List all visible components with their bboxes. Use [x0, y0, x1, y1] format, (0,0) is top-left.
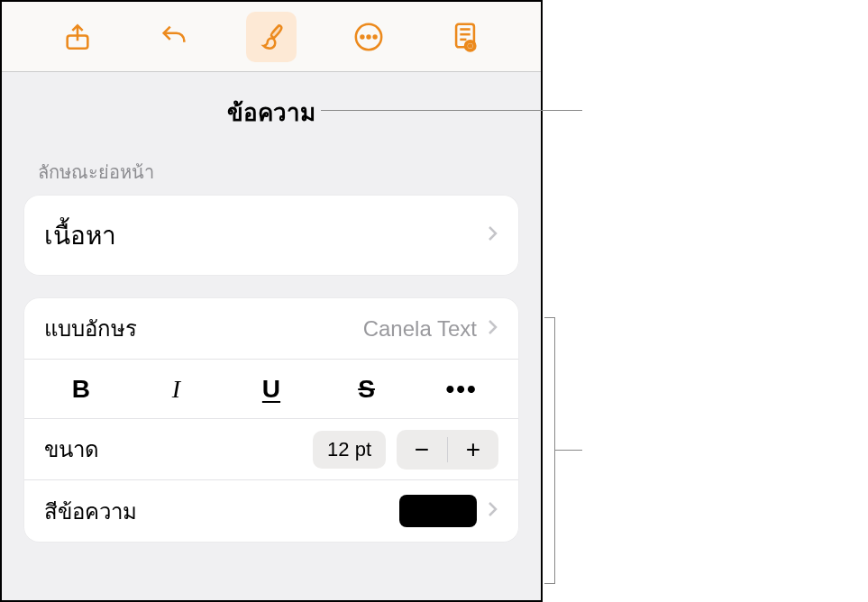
text-color-row[interactable]: สีข้อความ	[24, 480, 518, 542]
size-decrease-button[interactable]: −	[397, 430, 447, 470]
size-stepper: − +	[397, 430, 498, 470]
paragraph-style-row[interactable]: เนื้อหา	[24, 196, 518, 275]
size-label: ขนาด	[44, 432, 99, 467]
font-card: แบบอักษร Canela Text B I U S ••• ขนาด 12…	[24, 298, 518, 542]
more-styles-button[interactable]: •••	[414, 360, 509, 418]
paragraph-style-section-label: ลักษณะย่อหน้า	[2, 158, 541, 196]
font-value: Canela Text	[363, 316, 477, 342]
document-view-button[interactable]	[440, 12, 490, 62]
toolbar	[2, 2, 541, 72]
paragraph-style-value: เนื้อหา	[44, 215, 116, 255]
chevron-right-icon	[488, 223, 498, 247]
svg-point-3	[367, 35, 370, 38]
strikethrough-button[interactable]: S	[319, 360, 415, 418]
svg-point-4	[373, 35, 376, 38]
color-swatch[interactable]	[399, 495, 477, 527]
format-panel: ข้อความ ลักษณะย่อหน้า เนื้อหา แบบอักษร C…	[0, 0, 543, 602]
svg-point-11	[469, 44, 471, 47]
svg-point-2	[361, 35, 363, 38]
callout-line	[321, 110, 582, 111]
text-color-label: สีข้อความ	[44, 494, 137, 529]
size-value-button[interactable]: 12 pt	[313, 431, 386, 469]
paragraph-style-card: เนื้อหา	[24, 196, 518, 275]
size-increase-button[interactable]: +	[448, 430, 498, 470]
italic-button[interactable]: I	[129, 360, 224, 418]
font-row[interactable]: แบบอักษร Canela Text	[24, 298, 518, 360]
font-label: แบบอักษร	[44, 311, 137, 346]
size-row: ขนาด 12 pt − +	[24, 419, 518, 480]
chevron-right-icon	[488, 317, 498, 341]
chevron-right-icon	[488, 499, 498, 523]
format-brush-button[interactable]	[246, 12, 297, 62]
more-button[interactable]	[343, 12, 394, 62]
bold-button[interactable]: B	[33, 360, 129, 418]
share-button[interactable]	[52, 12, 103, 62]
undo-button[interactable]	[149, 12, 199, 62]
underline-button[interactable]: U	[224, 360, 319, 418]
panel-title: ข้อความ	[2, 72, 541, 158]
callout-stub	[555, 450, 582, 451]
text-style-row: B I U S •••	[24, 360, 518, 419]
callout-bracket	[544, 317, 555, 584]
